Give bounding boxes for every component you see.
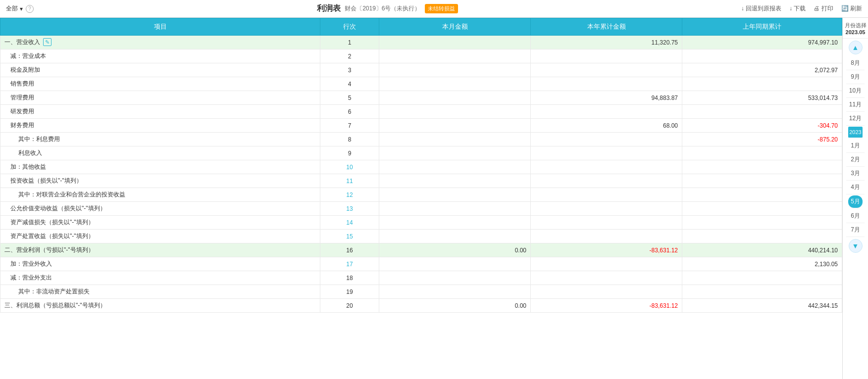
help-icon[interactable]: ? xyxy=(26,5,34,13)
cell-row-num: 5 xyxy=(320,91,379,105)
cell-last-ytd-amount xyxy=(682,230,842,243)
top-bar-right: ↓ 回退到原报表 ↓ 下载 🖨 打印 🔄 刷新 xyxy=(741,4,862,13)
cell-last-ytd-amount xyxy=(682,271,842,285)
cell-month-amount xyxy=(379,188,531,202)
cell-item: 加：其他收益 xyxy=(0,160,320,174)
cell-last-ytd-amount xyxy=(682,174,842,188)
cell-row-num: 18 xyxy=(320,271,379,285)
page-title: 利润表 xyxy=(317,3,341,14)
item-label: 投资收益（损失以"-"填列） xyxy=(10,177,82,184)
table-row: 研发费用6 xyxy=(0,105,842,119)
month-item[interactable]: 7月 xyxy=(846,223,864,237)
item-label: 一、营业收入 xyxy=(4,39,40,46)
month-item[interactable]: 4月 xyxy=(846,181,864,194)
month-item[interactable]: 8月 xyxy=(846,56,864,70)
cell-last-ytd-amount: -875.20 xyxy=(682,133,842,146)
cell-row-num: 12 xyxy=(320,188,379,202)
cell-month-amount xyxy=(379,36,531,49)
cell-month-amount xyxy=(379,216,531,230)
year-badge[interactable]: 2023 xyxy=(848,127,862,138)
cell-last-ytd-amount: 974,997.10 xyxy=(682,36,842,49)
cell-ytd-amount xyxy=(531,285,682,299)
cell-month-amount xyxy=(379,285,531,299)
cell-ytd-amount xyxy=(531,146,682,160)
cell-item: 二、营业利润（亏损以"-"号填列） xyxy=(0,243,320,257)
cell-last-ytd-amount: 442,344.15 xyxy=(682,299,842,313)
item-label: 研发费用 xyxy=(10,108,34,115)
back-to-original-button[interactable]: ↓ 回退到原报表 xyxy=(741,4,781,13)
scope-select[interactable]: 全部 ▾ xyxy=(6,4,23,13)
cell-item: 其中：对联营企业和合营企业的投资收益 xyxy=(0,188,320,202)
month-down-arrow[interactable]: ▼ xyxy=(849,239,863,253)
month-item[interactable]: 10月 xyxy=(846,84,864,98)
item-label: 加：营业外收入 xyxy=(10,260,52,267)
cell-month-amount xyxy=(379,146,531,160)
cell-ytd-amount: 94,883.87 xyxy=(531,91,682,105)
cell-month-amount xyxy=(379,49,531,63)
cell-item: 管理费用 xyxy=(0,91,320,105)
month-item[interactable]: 3月 xyxy=(846,167,864,181)
item-label: 管理费用 xyxy=(10,94,34,101)
cell-row-num: 1 xyxy=(320,36,379,49)
cell-month-amount xyxy=(379,119,531,133)
main-wrapper: 项目 行次 本月金额 本年累计金额 上年同期累计 一、营业收入✎111,320.… xyxy=(0,18,868,379)
month-item[interactable]: 9月 xyxy=(846,70,864,84)
scope-dropdown-arrow: ▾ xyxy=(20,5,23,12)
cell-month-amount xyxy=(379,202,531,216)
cell-month-amount xyxy=(379,77,531,91)
cell-month-amount: 0.00 xyxy=(379,243,531,257)
cell-row-num: 10 xyxy=(320,160,379,174)
item-label: 减：营业成本 xyxy=(10,52,46,59)
month-item[interactable]: 12月 xyxy=(846,112,864,126)
cell-ytd-amount: 11,320.75 xyxy=(531,36,682,49)
edit-icon[interactable]: ✎ xyxy=(43,38,51,46)
cell-row-num: 16 xyxy=(320,243,379,257)
cell-row-num: 19 xyxy=(320,285,379,299)
cell-item: 研发费用 xyxy=(0,105,320,119)
cell-last-ytd-amount: 440,214.10 xyxy=(682,243,842,257)
cell-ytd-amount xyxy=(531,77,682,91)
month-item[interactable]: 5月 xyxy=(848,195,862,208)
print-button[interactable]: 🖨 打印 xyxy=(814,4,833,13)
table-row: 其中：非流动资产处置损失19 xyxy=(0,285,842,299)
cell-ytd-amount xyxy=(531,49,682,63)
cell-item: 资产减值损失（损失以"-"填列） xyxy=(0,216,320,230)
cell-month-amount xyxy=(379,230,531,243)
item-label: 资产处置收益（损失以"-"填列） xyxy=(10,233,94,239)
cell-month-amount xyxy=(379,160,531,174)
cell-item: 其中：非流动资产处置损失 xyxy=(0,285,320,299)
cell-last-ytd-amount xyxy=(682,285,842,299)
cell-ytd-amount xyxy=(531,202,682,216)
cell-month-amount: 0.00 xyxy=(379,299,531,313)
table-row: 其中：利息费用8-875.20 xyxy=(0,133,842,146)
cell-last-ytd-amount: 2,072.97 xyxy=(682,63,842,77)
unrealized-badge[interactable]: 未结转损益 xyxy=(425,4,458,13)
cell-item: 加：营业外收入 xyxy=(0,257,320,271)
month-up-arrow[interactable]: ▲ xyxy=(849,41,863,54)
cell-row-num: 13 xyxy=(320,202,379,216)
income-statement-table: 项目 行次 本月金额 本年累计金额 上年同期累计 一、营业收入✎111,320.… xyxy=(0,18,842,313)
month-item[interactable]: 11月 xyxy=(846,98,864,112)
cell-last-ytd-amount xyxy=(682,146,842,160)
month-item[interactable]: 6月 xyxy=(846,209,864,223)
col-header-last-ytd: 上年同期累计 xyxy=(682,18,842,36)
cell-month-amount xyxy=(379,105,531,119)
month-item[interactable]: 1月 xyxy=(846,139,864,153)
col-header-item: 项目 xyxy=(0,18,320,36)
cell-ytd-amount xyxy=(531,174,682,188)
cell-ytd-amount xyxy=(531,160,682,174)
cell-ytd-amount xyxy=(531,257,682,271)
cell-row-num: 2 xyxy=(320,49,379,63)
download-button[interactable]: ↓ 下载 xyxy=(789,4,806,13)
cell-item: 利息收入 xyxy=(0,146,320,160)
item-label: 财务费用 xyxy=(10,122,34,129)
table-header-row: 项目 行次 本月金额 本年累计金额 上年同期累计 xyxy=(0,18,842,36)
page-subtitle: 财会〔2019〕6号（未执行） xyxy=(345,4,420,13)
refresh-button[interactable]: 🔄 刷新 xyxy=(841,4,862,13)
table-row: 财务费用768.00-304.70 xyxy=(0,119,842,133)
item-label: 销售费用 xyxy=(10,80,34,87)
cell-ytd-amount xyxy=(531,188,682,202)
month-item[interactable]: 2月 xyxy=(846,153,864,167)
cell-item: 减：营业外支出 xyxy=(0,271,320,285)
table-row: 资产减值损失（损失以"-"填列）14 xyxy=(0,216,842,230)
